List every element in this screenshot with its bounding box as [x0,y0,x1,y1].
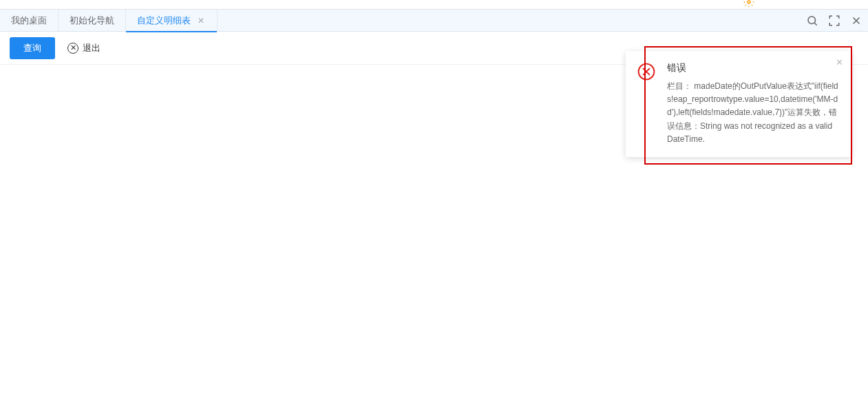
search-icon[interactable] [806,14,818,27]
svg-point-0 [748,1,750,3]
fullscreen-icon[interactable] [828,14,840,27]
close-all-icon[interactable] [850,14,862,27]
popup-close-icon[interactable]: ✕ [836,58,843,67]
top-bar [0,0,868,10]
tab-bar: 我的桌面 初始化导航 自定义明细表 ✕ [0,10,868,32]
popup-title: 错误 [667,62,839,74]
query-button[interactable]: 查询 [10,37,55,59]
tab-label: 我的桌面 [11,14,47,27]
tab-init-nav[interactable]: 初始化导航 [59,10,126,32]
close-icon[interactable]: ✕ [196,16,206,25]
error-icon [637,62,656,81]
tab-label: 初始化导航 [70,14,114,27]
error-popup: ✕ 错误 栏目： madeDate的OutPutValue表达式"iif(fie… [626,51,851,157]
svg-point-1 [808,17,816,24]
tab-label: 自定义明细表 [137,14,191,27]
tab-my-desktop[interactable]: 我的桌面 [0,10,59,32]
popup-body: 栏目： madeDate的OutPutValue表达式"iif(fields!e… [667,80,839,146]
exit-button[interactable]: ✕ 退出 [67,42,100,54]
exit-label: 退出 [83,42,100,54]
exit-icon: ✕ [67,43,78,54]
tab-custom-detail[interactable]: 自定义明细表 ✕ [126,10,218,32]
gear-icon[interactable] [743,0,754,8]
tab-bar-actions [806,10,862,32]
